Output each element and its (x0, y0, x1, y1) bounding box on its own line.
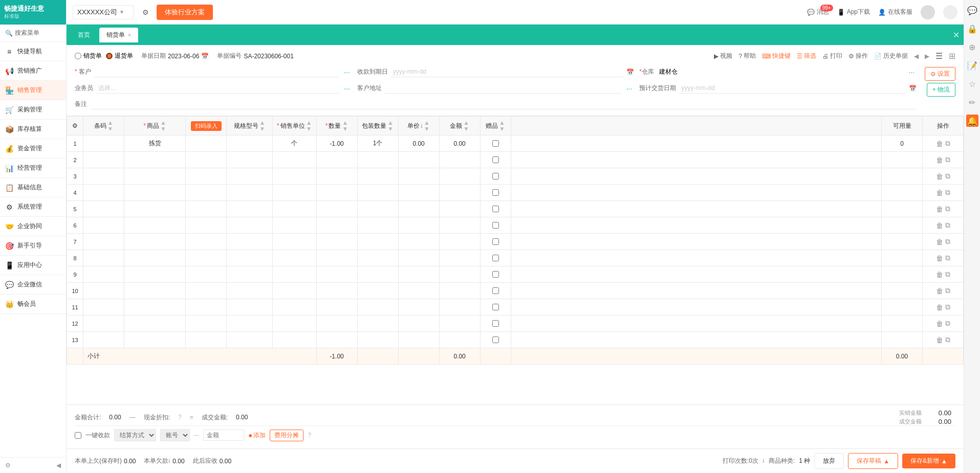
delete-icon[interactable]: 🗑 (936, 140, 943, 148)
customer-addr-input[interactable] (385, 83, 621, 94)
remark-input[interactable] (90, 99, 917, 109)
nav-prev-icon[interactable]: ◀ (914, 53, 919, 60)
rp-star-icon[interactable]: ☆ (966, 78, 978, 90)
gift-checkbox[interactable] (492, 320, 499, 327)
sidebar-item-basic-info[interactable]: 📋 基础信息 (0, 178, 66, 197)
settings-button[interactable]: ⚙ (138, 5, 153, 19)
print-btn[interactable]: 🖨 打印 (822, 52, 842, 60)
sidebar-item-app-center[interactable]: 📱 应用中心 (0, 256, 66, 275)
payment-amount-input[interactable] (203, 430, 244, 441)
gift-checkbox[interactable] (492, 304, 499, 310)
sidebar-item-wechat[interactable]: 💬 企业微信 (0, 275, 66, 295)
fee-split-btn[interactable]: 费用分摊 (270, 430, 303, 441)
filter-btn[interactable]: ☰ 筛选 (797, 52, 816, 60)
sidebar-item-inventory[interactable]: 📦 库存核算 (0, 120, 66, 139)
gift-checkbox[interactable] (492, 271, 499, 278)
expected-calendar-icon[interactable]: 📅 (909, 85, 917, 92)
save-draft-button[interactable]: 保存草稿 ▲ (848, 453, 898, 469)
delete-icon[interactable]: 🗑 (936, 205, 943, 213)
sidebar-item-system[interactable]: ⚙ 系统管理 (0, 197, 66, 217)
delete-icon[interactable]: 🗑 (936, 303, 943, 311)
sidebar-item-purchase[interactable]: 🛒 采购管理 (0, 100, 66, 120)
delete-icon[interactable]: 🗑 (936, 238, 943, 246)
shortcut-btn[interactable]: ⌨ 快捷键 (762, 52, 791, 60)
credit-info-icon[interactable]: ℹ (168, 458, 170, 464)
logistics-btn[interactable]: + 物流 (927, 83, 955, 97)
company-selector[interactable]: XXXXXX公司 ▼ (73, 5, 134, 19)
customer-input[interactable] (94, 66, 339, 77)
gift-checkbox[interactable] (492, 255, 499, 261)
rp-lock-icon[interactable]: 🔒 (966, 22, 978, 35)
salesperson-input[interactable] (96, 83, 339, 94)
payment-date-input[interactable] (391, 66, 624, 77)
delete-icon[interactable]: 🗑 (936, 320, 943, 328)
rp-edit-icon[interactable]: ✏ (966, 96, 978, 108)
help-btn[interactable]: ? 帮助 (738, 52, 756, 60)
settlement-select[interactable]: 结算方式 (114, 429, 156, 441)
discount-info-icon[interactable]: ? (178, 414, 182, 421)
rp-alert-icon[interactable]: 🔔 (966, 115, 978, 127)
th-settings[interactable]: ⚙ (67, 117, 83, 136)
gift-checkbox[interactable] (492, 156, 499, 163)
radio-sale[interactable]: 销货单 (75, 52, 102, 60)
customer-dots[interactable]: ··· (342, 68, 352, 76)
warehouse-dots[interactable]: ··· (906, 68, 917, 76)
gift-checkbox[interactable] (492, 206, 499, 212)
sidebar-item-sales[interactable]: 🏪 销售管理 (0, 81, 66, 100)
nav-next-icon[interactable]: ▶ (925, 53, 929, 60)
addr-dots[interactable]: ··· (624, 84, 635, 93)
one-key-payment-checkbox[interactable] (75, 432, 81, 439)
settings-side-btn[interactable]: ⚙ 设置 (925, 67, 955, 81)
radio-sale-input[interactable] (75, 53, 81, 59)
rp-add-icon[interactable]: ⊕ (966, 41, 978, 53)
history-btn[interactable]: 📄 历史单据 (874, 52, 908, 60)
price-info-icon[interactable]: ℹ (421, 123, 423, 129)
rp-note-icon[interactable]: 📝 (966, 59, 978, 72)
row-product[interactable]: 拣货 (124, 136, 186, 152)
delete-icon[interactable]: 🗑 (936, 221, 943, 230)
delete-icon[interactable]: 🗑 (936, 189, 943, 197)
add-payment-btn[interactable]: ● 添加 (248, 431, 266, 440)
copy-icon[interactable]: ⧉ (945, 303, 950, 311)
copy-icon[interactable]: ⧉ (945, 155, 950, 164)
tab-home[interactable]: 首页 (71, 28, 97, 42)
save-new-button[interactable]: 保存&新增 ▲ (902, 454, 955, 468)
copy-icon[interactable]: ⧉ (945, 270, 950, 279)
copy-icon[interactable]: ⧉ (945, 237, 950, 246)
calendar-icon[interactable]: 📅 (201, 53, 209, 60)
dots-account[interactable]: ··· (194, 432, 199, 439)
sidebar-item-marketing[interactable]: 📢 营销推广 (0, 61, 66, 81)
print-info-icon[interactable]: ℹ (763, 458, 765, 464)
copy-icon[interactable]: ⧉ (945, 188, 950, 197)
delete-icon[interactable]: 🗑 (936, 156, 943, 164)
operation-btn[interactable]: ⚙ 操作 (848, 52, 868, 60)
sidebar-item-guide[interactable]: 🎯 新手引导 (0, 236, 66, 256)
sidebar-item-quick-nav[interactable]: ≡ 快捷导航 (0, 42, 66, 61)
radio-return[interactable]: 退货单 (106, 52, 133, 60)
video-btn[interactable]: ▶ 视频 (714, 52, 732, 60)
gift-checkbox[interactable] (492, 222, 499, 229)
delete-icon[interactable]: 🗑 (936, 254, 943, 262)
salesperson-dots[interactable]: ··· (342, 84, 352, 93)
copy-icon[interactable]: ⧉ (945, 286, 950, 295)
delete-icon[interactable]: 🗑 (936, 287, 943, 295)
row-pkg-qty[interactable]: 1个 (357, 136, 398, 152)
row-qty[interactable]: -1.00 (316, 136, 357, 152)
sidebar-item-cooperation[interactable]: 🤝 企业协同 (0, 217, 66, 236)
app-download-button[interactable]: 📱 App下载 (837, 8, 870, 16)
copy-icon[interactable]: ⧉ (945, 139, 950, 148)
settings-icon[interactable]: ⚙ (5, 462, 11, 469)
copy-icon[interactable]: ⧉ (945, 205, 950, 213)
scan-button[interactable]: 扫码录入 (191, 121, 222, 131)
copy-icon[interactable]: ⧉ (945, 335, 950, 344)
copy-icon[interactable]: ⧉ (945, 221, 950, 230)
radio-return-input[interactable] (106, 53, 113, 59)
fee-help-icon[interactable]: ? (308, 432, 311, 439)
row-unit[interactable]: 个 (273, 136, 317, 152)
rp-chat-icon[interactable]: 💬 (966, 4, 978, 16)
collapse-icon[interactable]: ◀ (56, 462, 61, 469)
row-price[interactable]: 0.00 (398, 136, 439, 152)
gift-checkbox[interactable] (492, 238, 499, 245)
sidebar-item-capital[interactable]: 💰 资金管理 (0, 139, 66, 159)
view-list-icon[interactable]: ☰ (935, 51, 943, 61)
